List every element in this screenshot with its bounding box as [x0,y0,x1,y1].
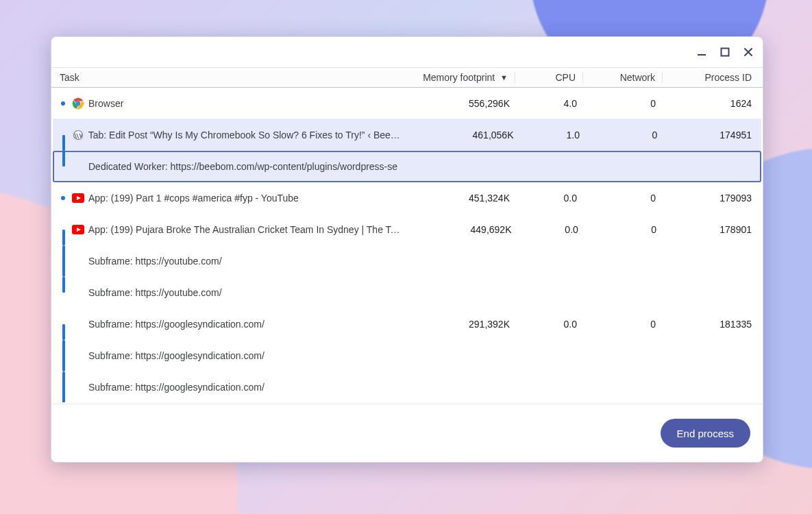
cell-pid: 178901 [663,224,759,235]
tree-line-icon [62,135,65,151]
task-name: App: (199) Part 1 #cops #america #fyp - … [88,193,404,204]
cell-memory: 556,296K [404,98,517,109]
task-name: Subframe: https://youtube.com/ [88,256,404,267]
cell-cpu: 0.0 [517,319,584,330]
cell-network: 0 [585,224,663,235]
cell-pid: 174951 [664,130,759,140]
cell-cpu: 0.0 [517,193,584,204]
tree-gutter [57,245,69,277]
tree-line-icon [62,245,65,277]
tree-gutter [57,182,69,214]
tree-gutter [57,151,69,182]
column-header-memory-label: Memory footprint [423,72,495,83]
tree-gutter [57,88,69,119]
end-process-button[interactable]: End process [661,419,750,448]
table-row[interactable]: Subframe: https://youtube.com/ [53,277,761,308]
task-name: Subframe: https://googlesyndication.com/ [88,350,404,361]
tree-gutter [57,277,69,308]
task-manager-window: Task Memory footprint ▼ CPU Network Proc… [51,36,763,463]
cell-pid: 181335 [663,319,759,330]
cell-memory: 451,324K [404,193,517,204]
cell-memory: 291,392K [404,319,517,330]
column-header-cpu[interactable]: CPU [515,72,583,83]
svg-rect-1 [722,49,729,56]
task-name: Tab: Edit Post “Why Is My Chromebook So … [88,130,409,140]
task-name: Browser [88,98,404,109]
cell-pid: 1624 [663,98,759,109]
cell-cpu: 4.0 [517,98,584,109]
table-row[interactable]: Subframe: https://googlesyndication.com/ [53,371,761,402]
table-body: Browser556,296K4.001624Tab: Edit Post “W… [53,88,761,402]
table-row[interactable]: Subframe: https://googlesyndication.com/ [53,340,761,371]
tree-gutter [57,308,69,340]
task-name: Dedicated Worker: https://beebom.com/wp-… [88,161,404,172]
tree-line-icon [62,277,65,293]
column-header-memory[interactable]: Memory footprint ▼ [402,72,515,83]
window-minimize-button[interactable] [694,45,709,60]
sort-indicator-icon: ▼ [500,73,508,82]
column-header-pid[interactable]: Process ID [663,72,759,83]
youtube-icon [72,223,84,236]
column-header-task[interactable]: Task [57,72,402,83]
tree-line-icon [62,371,65,402]
cell-pid: 179093 [663,193,759,204]
window-footer: End process [51,404,763,462]
cell-network: 0 [584,319,663,330]
wordpress-icon [72,129,84,141]
tree-gutter [57,119,69,151]
window-titlebar [51,37,763,67]
chrome-icon [72,97,84,110]
cell-network: 0 [584,193,663,204]
window-close-button[interactable] [741,45,756,60]
task-name: Subframe: https://googlesyndication.com/ [88,382,404,393]
cell-network: 0 [584,98,663,109]
column-header-network[interactable]: Network [583,72,663,83]
tree-dot-icon [61,196,65,200]
svg-rect-0 [698,54,706,56]
table-header: Task Memory footprint ▼ CPU Network Proc… [51,67,763,88]
tree-line-icon [62,230,65,245]
table-row[interactable]: Browser556,296K4.001624 [53,88,761,119]
tree-line-icon [62,340,65,371]
tree-line-icon [62,151,65,167]
table-row[interactable]: Dedicated Worker: https://beebom.com/wp-… [53,151,761,182]
table-row[interactable]: App: (199) Pujara Broke The Australian C… [53,214,761,245]
window-maximize-button[interactable] [717,45,733,60]
task-name: App: (199) Pujara Broke The Australian C… [88,224,406,235]
cell-network: 0 [587,130,664,140]
table-row[interactable]: Tab: Edit Post “Why Is My Chromebook So … [53,119,761,151]
task-name: Subframe: https://googlesyndication.com/ [88,319,404,330]
tree-gutter [57,340,69,371]
cell-memory: 449,692K [406,224,519,235]
table-row[interactable]: Subframe: https://youtube.com/ [53,245,761,277]
cell-cpu: 0.0 [519,224,585,235]
tree-dot-icon [61,101,65,106]
task-name: Subframe: https://youtube.com/ [88,287,404,298]
cell-memory: 461,056K [409,130,520,140]
tree-gutter [57,371,69,402]
cell-cpu: 1.0 [520,130,587,140]
table-row[interactable]: App: (199) Part 1 #cops #america #fyp - … [53,182,761,214]
tree-line-icon [62,324,65,340]
youtube-icon [72,192,84,204]
tree-gutter [57,214,69,245]
table-row[interactable]: Subframe: https://googlesyndication.com/… [53,308,761,340]
